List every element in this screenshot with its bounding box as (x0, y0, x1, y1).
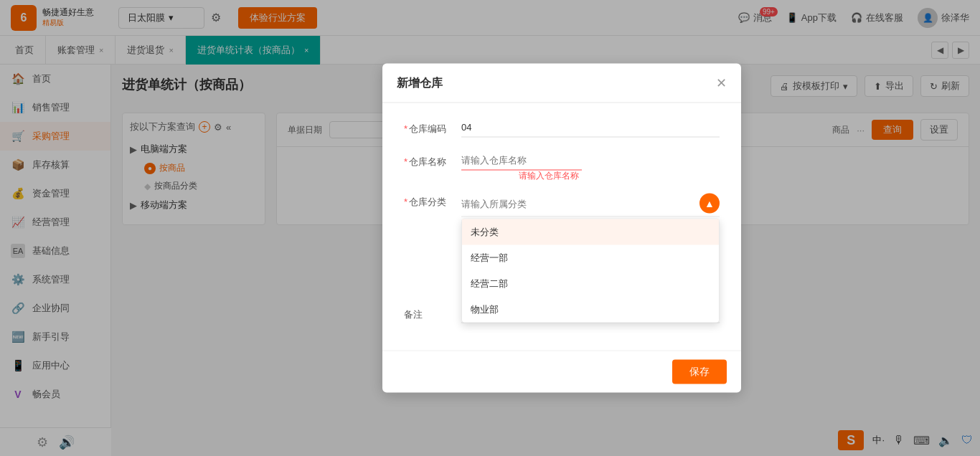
warehouse-category-row: *仓库分类 ▲ 未分类 经营一部 经营二部 物业部 (404, 191, 720, 217)
warehouse-code-row: *仓库编码 (404, 118, 720, 138)
category-input-wrapper: ▲ 未分类 经营一部 经营二部 物业部 (461, 191, 720, 217)
dropdown-item-1[interactable]: 经营一部 (462, 245, 719, 271)
warehouse-name-input[interactable] (461, 151, 582, 171)
category-input-container: ▲ (461, 191, 720, 217)
notes-label: 备注 (404, 303, 461, 321)
modal-header: 新增仓库 ✕ (382, 64, 741, 103)
name-error-text: 请输入仓库名称 (519, 170, 579, 182)
category-label: *仓库分类 (404, 191, 461, 209)
category-input[interactable] (461, 196, 699, 211)
warehouse-code-input[interactable] (461, 118, 720, 138)
category-dropdown-list: 未分类 经营一部 经营二部 物业部 (461, 219, 720, 323)
save-button[interactable]: 保存 (672, 360, 727, 384)
dropdown-item-3[interactable]: 物业部 (462, 297, 719, 323)
code-label: *仓库编码 (404, 118, 461, 136)
dropdown-item-0[interactable]: 未分类 (462, 219, 719, 245)
modal-footer: 保存 (382, 351, 741, 393)
modal-title: 新增仓库 (397, 75, 443, 90)
modal-body: *仓库编码 *仓库名称 请输入仓库名称 *仓库分类 ▲ (382, 103, 741, 351)
warehouse-name-row: *仓库名称 请输入仓库名称 (404, 151, 720, 171)
dropdown-item-2[interactable]: 经营二部 (462, 271, 719, 297)
name-label: *仓库名称 (404, 151, 461, 168)
new-warehouse-modal: 新增仓库 ✕ *仓库编码 *仓库名称 请输入仓库名称 *仓库分类 (382, 64, 741, 393)
name-input-wrapper: 请输入仓库名称 (461, 151, 720, 171)
category-dropdown-toggle[interactable]: ▲ (699, 194, 720, 214)
modal-close-button[interactable]: ✕ (716, 75, 727, 91)
